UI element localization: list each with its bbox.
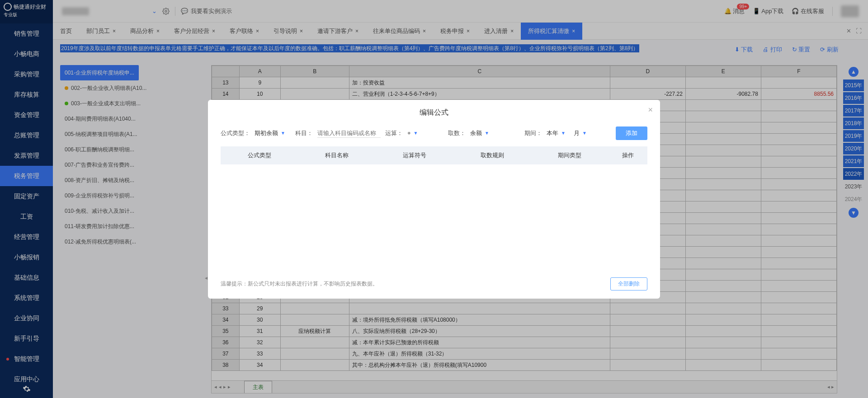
subject-input[interactable] — [317, 129, 381, 138]
edit-formula-modal: × 编辑公式 公式类型： 期初余额▼ 科目： 运算： +▼ 取数： 余额▼ 期间… — [208, 100, 660, 299]
col-运算符号: 运算符号 — [376, 146, 453, 164]
col-公式类型: 公式类型 — [221, 146, 298, 164]
col-期间类型: 期间类型 — [531, 146, 609, 164]
col-取数规则: 取数规则 — [453, 146, 531, 164]
formula-form-row: 公式类型： 期初余额▼ 科目： 运算： +▼ 取数： 余额▼ 期间： 本年▼ 月… — [221, 126, 647, 140]
delete-all-button[interactable]: 全部删除 — [610, 277, 647, 290]
period-year-select[interactable]: 本年▼ — [547, 129, 569, 137]
chevron-down-icon: ▼ — [414, 131, 418, 136]
chevron-down-icon: ▼ — [582, 131, 587, 136]
modal-tip: 温馨提示：新公式只对未出报表进行计算，不影响历史报表数据。 — [221, 280, 378, 288]
modal-title: 编辑公式 — [221, 108, 647, 117]
period-month-select[interactable]: 月▼ — [574, 129, 592, 137]
add-button[interactable]: 添加 — [616, 126, 647, 140]
col-操作: 操作 — [609, 146, 647, 164]
col-科目名称: 科目名称 — [298, 146, 376, 164]
chevron-down-icon: ▼ — [561, 131, 566, 136]
chevron-down-icon: ▼ — [281, 131, 285, 136]
operator-select[interactable]: +▼ — [407, 130, 443, 136]
formula-type-select[interactable]: 期初余额▼ — [255, 129, 291, 137]
formula-table: 公式类型科目名称运算符号取数规则期间类型操作 — [221, 146, 647, 164]
modal-close-icon[interactable]: × — [648, 105, 653, 115]
fetch-select[interactable]: 余额▼ — [470, 129, 520, 137]
chevron-down-icon: ▼ — [485, 131, 489, 136]
